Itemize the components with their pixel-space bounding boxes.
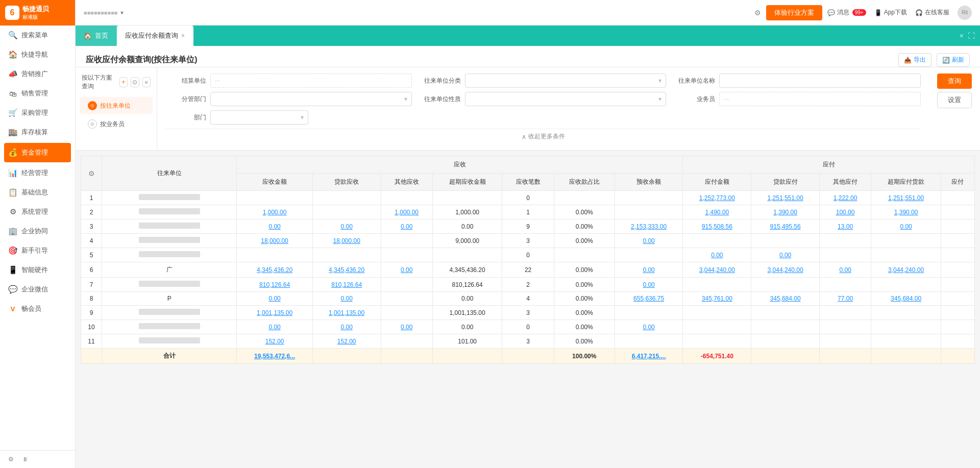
filter-fields: 结算单位 ··· 往来单位分类 ▾ 往来单位名称 (157, 67, 929, 150)
breadcrumb: ■■■■■■■■■■ ▾ (84, 9, 749, 16)
footer-other-payable (819, 349, 871, 364)
filter-collapse-btn[interactable]: « (142, 77, 151, 87)
home-tab-icon: 🏠 (84, 32, 92, 40)
tab-receivable-query[interactable]: 应收应付余额查询 × (117, 26, 193, 46)
dropdown-arrow-icon: ▾ (658, 77, 662, 84)
finance-icon: 💰 (8, 148, 17, 157)
sidebar-item-enterprise[interactable]: 🏢 企业协同 (0, 221, 75, 241)
th-partner: 往来单位 (102, 156, 237, 191)
settlement-unit-field: 结算单位 ··· (165, 73, 412, 88)
nav-item-by-partner[interactable]: ⊙ 按往来单位 (80, 97, 153, 114)
th-payable-group: 应付 (683, 156, 975, 174)
sidebar-item-purchase[interactable]: 🛒 采购管理 (0, 103, 75, 122)
cell-partner (102, 306, 237, 320)
sidebar-item-vip[interactable]: V 畅会员 (0, 299, 75, 318)
sidebar-item-inventory[interactable]: 🏬 库存核算 (0, 122, 75, 142)
tab-home[interactable]: 🏠 首页 (76, 26, 117, 46)
guide-icon: 🎯 (8, 246, 17, 255)
th-gear: ⚙ (81, 156, 102, 191)
tab-bar-right: × ⛶ (960, 26, 980, 46)
basic-info-icon: 📋 (8, 188, 17, 197)
sidebar-item-corp-wechat[interactable]: 💬 企业微信 (0, 280, 75, 299)
cell-partner: 广 (102, 262, 237, 278)
sidebar-item-smart-hw[interactable]: 📱 智能硬件 (0, 260, 75, 280)
service-icon: 🎧 (915, 9, 923, 16)
sidebar-item-quick-nav[interactable]: 🏠 快捷导航 (0, 45, 75, 64)
tab-close-all-icon[interactable]: × (960, 32, 964, 40)
filter-add-btn[interactable]: + (119, 77, 128, 87)
partner-name-field: 往来单位名称 (674, 73, 921, 88)
table-row: 8P0.000.000.0040.00%655,636.75345,761.00… (81, 292, 975, 306)
sidebar-collapse-icon[interactable]: ⏸ (22, 456, 28, 463)
cell-partner (102, 219, 237, 234)
page-title: 应收应付余额查询(按往来单位) (86, 55, 198, 65)
settlement-unit-input[interactable]: ··· (210, 73, 412, 88)
footer-empty-gear (81, 349, 102, 364)
filter-row-3: 部门 ▾ (165, 110, 921, 125)
filter-settings-btn[interactable]: ⊙ (131, 77, 139, 87)
footer-advance-balance[interactable]: 6,417,215.... (615, 349, 683, 364)
user-avatar[interactable]: Rit (958, 6, 972, 20)
table-row: 11152.00152.00101.0030.00% (81, 334, 975, 349)
online-service-btn[interactable]: 🎧 在线客服 (915, 8, 949, 17)
sidebar-item-marketing[interactable]: 📣 营销推广 (0, 64, 75, 84)
nature-dropdown-icon: ▾ (658, 95, 662, 103)
department-select[interactable]: ▾ (210, 110, 308, 125)
purchase-icon: 🛒 (8, 108, 17, 117)
sidebar-item-basic-info[interactable]: 📋 基础信息 (0, 183, 75, 202)
message-icon: 💬 (827, 9, 835, 16)
page-header: 应收应付余额查询(按往来单位) 📤 导出 🔄 刷新 (76, 46, 980, 67)
filter-action-btns: 查询 设置 (929, 67, 980, 150)
export-button[interactable]: 📤 导出 (898, 53, 932, 67)
sidebar-item-system[interactable]: ⚙ 系统管理 (0, 202, 75, 221)
sidebar-item-finance[interactable]: 💰 资金管理 (4, 143, 71, 162)
dept-field: 分管部门 ▾ (165, 92, 412, 106)
breadcrumb-chevron-icon[interactable]: ▾ (120, 9, 124, 16)
sales-icon: 🛍 (8, 89, 17, 98)
sidebar-item-sales[interactable]: 🛍 销售管理 (0, 84, 75, 103)
partner-nature-select[interactable]: ▾ (465, 92, 667, 106)
table-row: 30.000.000.000.0090.00%2,153,333.00915,5… (81, 219, 975, 234)
set-button[interactable]: 设置 (937, 92, 972, 108)
filter-collapse-bar[interactable]: ∧ 收起更多条件 (165, 129, 921, 144)
refresh-icon: 🔄 (942, 57, 950, 64)
main-content: 应收应付余额查询(按往来单位) 📤 导出 🔄 刷新 按以下方案查询 + ⊙ « … (76, 46, 980, 468)
promo-button[interactable]: 体验行业方案 (766, 5, 822, 20)
sidebar-settings-icon[interactable]: ⚙ (8, 456, 14, 463)
filter-scheme-label: 按以下方案查询 + ⊙ « (76, 73, 157, 96)
home-icon: 🏠 (8, 50, 17, 59)
th-loan-payable: 贷款应付 (751, 174, 820, 191)
app-download-btn[interactable]: 📱 App下载 (874, 8, 907, 17)
cell-partner (102, 278, 237, 292)
table-row: 500.000.00 (81, 248, 975, 262)
header-settings-icon[interactable]: ⚙ (754, 9, 761, 17)
sidebar-item-search[interactable]: 🔍 搜索菜单 (0, 26, 75, 45)
partner-category-select[interactable]: ▾ (465, 73, 667, 88)
tab-fullscreen-icon[interactable]: ⛶ (968, 32, 975, 40)
corp-wechat-icon: 💬 (8, 285, 17, 294)
sidebar: 6 畅捷通贝 标准版 🔍 搜索菜单 🏠 快捷导航 📣 营销推广 🛍 销售管理 🛒… (0, 0, 76, 468)
nav-item-by-salesperson[interactable]: ⊙ 按业务员 (80, 115, 153, 133)
dept-select[interactable]: ▾ (210, 92, 412, 106)
refresh-button[interactable]: 🔄 刷新 (937, 53, 970, 67)
messages-btn[interactable]: 💬 消息 99+ (827, 8, 866, 17)
footer-payable-more (941, 349, 974, 364)
sidebar-item-guide[interactable]: 🎯 新手引导 (0, 241, 75, 260)
partner-name-input[interactable] (719, 73, 921, 88)
table-row: 418,000.0018,000.009,000.0030.00%0.00 (81, 234, 975, 248)
tab-close-icon[interactable]: × (181, 32, 185, 39)
cell-partner (102, 205, 237, 219)
table-row: 21,000.001,000.001,000.0010.00%1,490.001… (81, 205, 975, 219)
table-settings-icon[interactable]: ⚙ (86, 168, 96, 179)
table-row: 91,001,135.001,001,135.001,001,135.0030.… (81, 306, 975, 320)
footer-loan-receivable (312, 349, 381, 364)
th-receivable-amount: 应收金额 (237, 174, 312, 191)
th-other-payable: 其他应付 (819, 174, 871, 191)
vip-icon: V (8, 305, 17, 313)
cell-partner (102, 234, 237, 248)
footer-receivable-amount[interactable]: 19,553,472,6... (237, 349, 312, 364)
download-icon: 📱 (874, 9, 882, 16)
query-button[interactable]: 查询 (937, 73, 972, 89)
salesperson-input[interactable]: ··· (719, 92, 921, 106)
sidebar-item-operations[interactable]: 📊 经营管理 (0, 163, 75, 183)
